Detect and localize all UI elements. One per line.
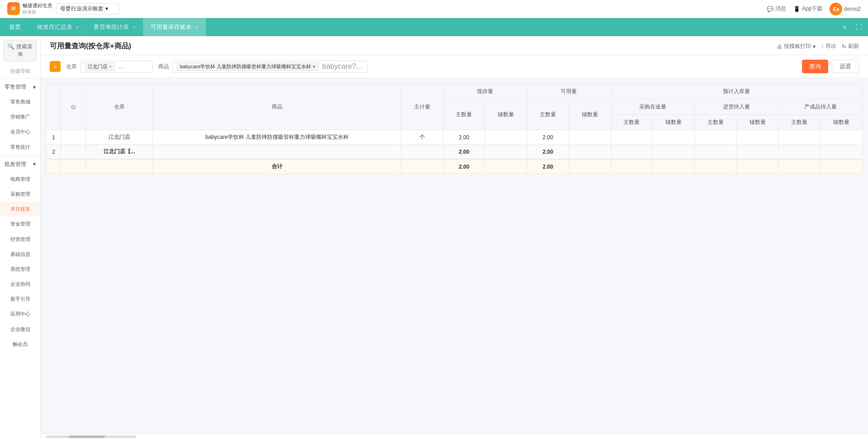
refresh-label: 刷新 [848, 42, 859, 50]
query-button[interactable]: 查询 [802, 60, 828, 73]
industry-select[interactable]: 母婴行业演示账套 [56, 3, 119, 14]
sidebar-basic-info-label: 基础信息 [10, 251, 30, 257]
sidebar-retail-mgmt-label: 零售管理 [5, 83, 26, 91]
sidebar-item-retail-mgmt[interactable]: 零售管理 [0, 80, 40, 94]
th-stock-main-label: 主数量 [456, 111, 472, 118]
warehouse-filter-input[interactable]: 江北门店 × ... [80, 61, 153, 73]
sidebar-ecommerce-label: 电商管理 [10, 176, 30, 182]
product-filter-input[interactable]: babycare学饮杯 儿童防摔防撞吸管杯重力球吸嘴杯宝宝水杯 × babyca… [173, 61, 368, 73]
fullscreen-btn[interactable]: ⛶ [854, 22, 864, 33]
refresh-btn[interactable]: ↻ 刷新 [842, 42, 859, 50]
tab-available-stock[interactable]: 可用量库存账本 × [143, 18, 206, 36]
th-incoming-pending-label: 进货待入量 [723, 104, 750, 110]
close-all-tabs-btn[interactable]: × [839, 22, 850, 33]
th-main-unit-label: 主计量 [414, 104, 430, 110]
product-tag-0[interactable]: babycare学饮杯 儿童防摔防撞吸管杯重力球吸嘴杯宝宝水杯 × [177, 62, 319, 71]
th-available-main: 主数量 [527, 99, 569, 130]
sidebar-item-vip[interactable]: 畅会员 [0, 337, 40, 352]
th-available-aux-label: 辅数量 [582, 111, 598, 118]
product-more-btn[interactable]: babycare?... [321, 62, 364, 71]
sidebar-inventory-label: 库存核算 [10, 206, 30, 212]
search-menu-btn[interactable]: 🔍 搜索菜单 [4, 40, 37, 61]
sidebar-item-new-guide[interactable]: 新手引导 [0, 292, 40, 307]
th-stock-aux: 辅数量 [485, 99, 527, 130]
print-btn[interactable]: 🖨 按模板打印 [777, 42, 816, 50]
footer-empty-2 [61, 159, 86, 174]
sidebar-item-system[interactable]: 系统管理 [0, 262, 40, 277]
logo-icon: 好 [7, 2, 20, 15]
avatar-text: Ea [833, 6, 839, 12]
tab-available-stock-close[interactable]: × [195, 24, 198, 30]
row-1-finished-aux [821, 130, 863, 145]
message-btn[interactable]: 💬 消息 [767, 5, 786, 13]
filter-expand-btn[interactable]: » [50, 61, 61, 72]
th-product: 商品 [153, 84, 401, 130]
sidebar-item-inventory[interactable]: 库存核算 [0, 202, 40, 217]
industry-dropdown-icon [105, 5, 108, 12]
sidebar-system-label: 系统管理 [10, 266, 30, 272]
th-expected-inbound-label: 预计入库量 [723, 88, 750, 94]
export-btn[interactable]: ↑ 导出 [821, 42, 836, 50]
sidebar-item-purchase[interactable]: 采购管理 [0, 187, 40, 202]
tab-receipts-close[interactable]: × [76, 24, 79, 30]
row-2-purchase-aux [653, 145, 695, 160]
sidebar-retail-mgmt-arrow [33, 84, 36, 90]
sidebar-item-wholesale[interactable]: 批发管理 [0, 157, 40, 172]
tab-receipts[interactable]: 收发存汇总表 × [30, 18, 86, 36]
logo-text: 畅捷通好生意 标准版 [23, 2, 52, 15]
tab-order-stats-label: 要货单统计表 [94, 23, 129, 31]
row-1-incoming-aux [736, 130, 778, 145]
sidebar-item-retail-stats[interactable]: 零售统计 [0, 140, 40, 155]
sidebar-item-ecommerce[interactable]: 电商管理 [0, 172, 40, 187]
sidebar-item-retail-store[interactable]: 零售商城 [0, 94, 40, 109]
sidebar-item-enterprise[interactable]: 企业协同 [0, 277, 40, 292]
row-2-finished-main [778, 145, 821, 160]
product-filter-label: 商品 [158, 63, 169, 71]
app-download-btn[interactable]: 📱 App下载 [793, 5, 822, 13]
th-current-stock-label: 现存量 [477, 88, 493, 94]
scroll-bar[interactable] [46, 435, 137, 438]
th-warehouse: 仓库 [86, 84, 153, 130]
sidebar-item-finance[interactable]: 资金管理 [0, 217, 40, 231]
footer-empty-1 [47, 159, 61, 174]
tab-available-stock-label: 可用量库存账本 [151, 23, 192, 31]
sidebar-item-marketing[interactable]: 营销推广 [0, 109, 40, 124]
tab-order-stats[interactable]: 要货单统计表 × [86, 18, 143, 36]
sidebar-item-member-center[interactable]: 会员中心 [0, 124, 40, 139]
th-purchase-transit: 采购在途量 [611, 99, 694, 115]
export-label: 导出 [826, 42, 836, 50]
message-label: 消息 [775, 5, 786, 13]
expand-icon: » [53, 63, 57, 70]
logo-area: 好 畅捷通好生意 标准版 [7, 2, 52, 15]
row-2-stock-aux [485, 145, 527, 160]
warehouse-more-btn[interactable]: ... [117, 62, 126, 71]
sidebar-item-basic-info[interactable]: 基础信息 [0, 247, 40, 262]
top-bar: 好 畅捷通好生意 标准版 母婴行业演示账套 💬 消息 📱 App下载 Ea de… [0, 0, 868, 18]
export-icon: ↑ [821, 43, 824, 50]
footer-finished-aux [821, 159, 863, 174]
tab-home[interactable]: 首页 [0, 18, 30, 36]
th-main-unit: 主计量 [401, 84, 443, 130]
tab-order-stats-close[interactable]: × [132, 24, 135, 30]
th-settings: ⚙ [61, 84, 86, 130]
sidebar-divider-2 [0, 156, 40, 156]
row-1-warehouse: 江北门店 [86, 130, 153, 145]
sidebar-item-operations[interactable]: 经营管理 [0, 232, 40, 247]
column-settings-icon[interactable]: ⚙ [71, 104, 76, 111]
warehouse-tag-0[interactable]: 江北门店 × [85, 62, 115, 71]
footer-row: 合计 2.00 2.00 [47, 159, 863, 174]
nav-right-icons: × ⛶ [839, 22, 868, 33]
product-tag-0-close[interactable]: × [312, 64, 315, 69]
th-incoming-main: 主数量 [694, 115, 736, 130]
footer-incoming-main [694, 159, 736, 174]
user-profile[interactable]: Ea demo2 [830, 3, 861, 15]
scroll-thumb[interactable] [69, 435, 105, 438]
warehouse-tag-0-close[interactable]: × [109, 64, 112, 69]
th-product-label: 商品 [272, 104, 283, 110]
sidebar-item-enterprise-wechat[interactable]: 企业微信 [0, 322, 40, 337]
sidebar-item-app-center[interactable]: 应用中心 [0, 307, 40, 321]
settings-button[interactable]: 设置 [832, 60, 859, 73]
row-2-num: 2 [47, 145, 61, 160]
tab-home-label: 首页 [9, 23, 21, 31]
row-1-stock-aux [485, 130, 527, 145]
